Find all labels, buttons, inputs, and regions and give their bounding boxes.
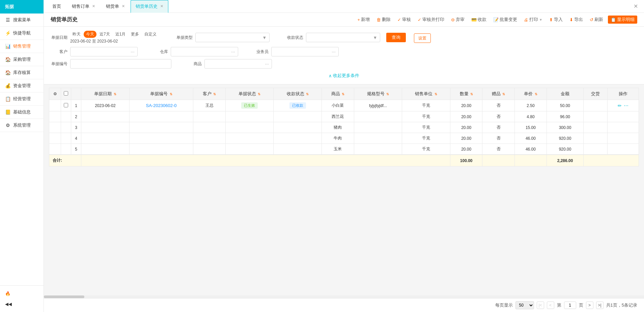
col-payment-status[interactable]: 收款状态 ⇅ [274,88,322,100]
row-docno[interactable] [129,122,193,133]
row-checkbox[interactable] [61,122,71,133]
sidebar-item-quick-nav[interactable]: ⚡ 快捷导航 [0,27,44,40]
warehouse-dots[interactable]: ··· [231,49,235,54]
doc-no-link[interactable]: SA-20230602-0 [146,103,177,108]
date-btn-yesterday[interactable]: 昨天 [70,31,83,38]
query-button[interactable]: 查询 [386,33,406,42]
sidebar-item-search-menu[interactable]: ☰ 搜索菜单 [0,14,44,27]
row-docno[interactable] [129,133,193,144]
date-btn-custom[interactable]: 自定义 [142,31,159,38]
col-goods-sort: ⇅ [342,92,344,96]
tab-sales-goods[interactable]: 销货单 ✕ [101,0,130,13]
tab-sales-goods-close[interactable]: ✕ [122,4,125,8]
row-trade [583,100,607,111]
sidebar-item-inventory[interactable]: 🏠 库存核算 [0,66,44,79]
print-button[interactable]: 🖨 打印 ▼ [522,16,544,24]
receive-button[interactable]: 💳 收款 [469,16,488,24]
tab-sales-order-close[interactable]: ✕ [92,4,95,8]
row-checkbox[interactable] [61,133,71,144]
collapse-button[interactable]: ∧ 收起更多条件 [51,71,637,80]
date-btn-today[interactable]: 今天 [84,31,96,38]
row-actions [607,133,639,144]
refresh-button[interactable]: ↺ 刷新 [588,16,605,24]
col-docno[interactable]: 单据编号 ⇅ [129,88,193,100]
date-btn-1month[interactable]: 近1月 [113,31,128,38]
goods-dots[interactable]: ··· [265,61,269,67]
col-gear[interactable]: ⚙ [49,88,61,100]
import-button[interactable]: ⬆ 导入 [547,16,565,24]
col-spec[interactable]: 规格型号 ⇅ [354,88,402,100]
setting-button[interactable]: 设置 [414,33,431,43]
page-prev-btn[interactable]: < [547,302,554,309]
tab-home[interactable]: 首页 [47,0,66,13]
show-detail-button[interactable]: 📋 显示明细 [608,16,637,24]
customer-input[interactable] [73,49,130,54]
staff-input[interactable] [274,49,331,54]
col-price[interactable]: 单价 ⇅ [514,88,547,100]
edit-action-icon[interactable]: ✏ [618,103,622,108]
page-size-select[interactable]: 50 100 200 [515,301,534,309]
add-button[interactable]: + 新增 [356,16,372,24]
date-btn-7days[interactable]: 近7天 [97,31,112,38]
col-qty-label: 数量 [460,91,469,96]
tab-bar-close[interactable]: ✕ [631,2,641,11]
row-checkbox[interactable] [61,144,71,155]
batch-change-button[interactable]: 📝 批量变更 [491,16,519,24]
sidebar-item-system-mgmt[interactable]: ⚙ 系统管理 [0,119,44,132]
row-actions [607,144,639,155]
tab-sales-history[interactable]: 销货单历史 ✕ [131,0,168,13]
row-payment-status [274,144,322,155]
sidebar-item-operations-mgmt[interactable]: 📋 经营管理 [0,93,44,106]
col-doc-status[interactable]: 单据状态 ⇅ [225,88,274,100]
page-last-btn[interactable]: >| [596,302,604,309]
sidebar-bottom-user[interactable]: 🔥 [0,288,44,299]
col-unit[interactable]: 销售单位 ⇅ [402,88,450,100]
scrollbar-thumb[interactable] [44,295,84,298]
delete-button[interactable]: 🗑 删除 [374,16,393,24]
page-first-btn[interactable]: |< [537,302,544,309]
payment-status-select[interactable]: ▼ [306,33,380,42]
col-date[interactable]: 单据日期 ⇅ [81,88,130,100]
customer-dots[interactable]: ··· [131,49,135,54]
row-checkbox[interactable] [61,111,71,122]
export-button[interactable]: ⬇ 导出 [567,16,585,24]
goods-input[interactable] [207,61,264,66]
col-customer[interactable]: 客户 ⇅ [193,88,225,100]
date-btn-more[interactable]: 更多 [129,31,141,38]
tab-sales-history-close[interactable]: ✕ [160,4,163,8]
row-docno[interactable] [129,111,193,122]
row-gift: 否 [482,111,514,122]
row-docno[interactable]: SA-20230602-0 [129,100,193,111]
doc-no-input[interactable] [70,59,171,69]
audit-print-button[interactable]: ✓ 审核并打印 [416,16,446,24]
col-trade[interactable]: 交货 [583,88,607,100]
row-checkbox[interactable] [61,100,71,111]
sidebar-item-finance-mgmt[interactable]: 💰 资金管理 [0,79,44,93]
page-next-btn[interactable]: > [586,302,593,309]
row-qty: 20.00 [450,144,482,155]
col-qty[interactable]: 数量 ⇅ [450,88,482,100]
abandon-button[interactable]: ⊖ 弃审 [449,16,467,24]
row-price: 46.00 [514,133,547,144]
row-checkbox-input[interactable] [64,103,68,107]
sidebar-item-sales-mgmt[interactable]: 📊 销售管理 [0,40,44,53]
audit-button[interactable]: ✓ 审核 [395,16,413,24]
receive-icon: 💳 [471,17,477,22]
page-input[interactable] [564,302,576,309]
footer-label: 合计: [49,155,81,166]
more-action-icon[interactable]: ⋯ [624,103,628,108]
sidebar-bottom-collapse[interactable]: ◀◀ [0,299,44,309]
select-all-checkbox[interactable] [64,91,68,96]
doc-type-select[interactable]: ▼ [195,33,270,42]
col-goods[interactable]: 商品 ⇅ [322,88,354,100]
staff-dots[interactable]: ··· [332,49,336,54]
sidebar-item-purchase-mgmt[interactable]: 🏠 采购管理 [0,53,44,66]
col-gift[interactable]: 赠品 ⇅ [482,88,514,100]
quick-nav-icon: ⚡ [5,30,10,36]
tab-sales-order[interactable]: 销售订单 ✕ [67,0,100,13]
sidebar-item-base-info[interactable]: 📒 基础信息 [0,106,44,119]
col-amount[interactable]: 金额 [547,88,584,100]
warehouse-input[interactable] [174,49,230,54]
row-docno[interactable] [129,144,193,155]
horizontal-scrollbar[interactable] [44,295,644,298]
